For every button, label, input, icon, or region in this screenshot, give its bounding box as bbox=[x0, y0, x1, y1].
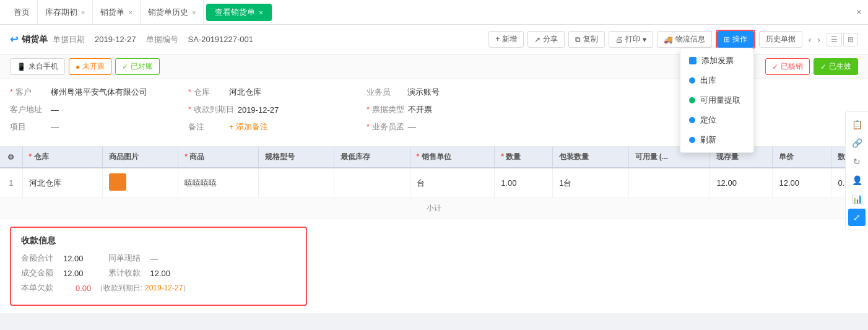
tab-home[interactable]: 首页 bbox=[6, 0, 38, 25]
tab-view-sales[interactable]: 查看销货单 × bbox=[206, 4, 272, 21]
cell-product: 嘻嘻嘻嘻 bbox=[178, 168, 258, 198]
print-dropdown-arrow: ▾ bbox=[643, 35, 646, 44]
available-qty-icon bbox=[689, 97, 695, 103]
effective-icon: ✓ bbox=[820, 63, 827, 71]
side-btn-link[interactable]: 🔗 bbox=[848, 134, 866, 152]
col-qty: 数量 bbox=[495, 147, 553, 168]
payment-date-label: 收款到期日 bbox=[188, 104, 234, 115]
outbound-label: 出库 bbox=[700, 75, 716, 86]
payment-date-value: 2019-12-27 bbox=[238, 105, 279, 115]
from-phone-btn[interactable]: 📱 来自手机 bbox=[10, 58, 65, 75]
view-toggle: ☰ ⊞ bbox=[827, 33, 858, 46]
side-btn-clipboard[interactable]: 📋 bbox=[848, 116, 866, 133]
salesperson2-field: 业务员孟 — bbox=[367, 121, 540, 132]
tab-inventory-init[interactable]: 库存期初 × bbox=[38, 0, 93, 25]
doc-date-label: 单据日期 bbox=[53, 34, 85, 45]
cell-current-stock: 12.00 bbox=[710, 168, 773, 198]
operations-wrapper: ⊞ 操作 添加发票 出库 可用量提取 bbox=[716, 30, 755, 49]
new-btn[interactable]: + 新增 bbox=[488, 31, 523, 48]
next-arrow[interactable]: › bbox=[815, 33, 823, 46]
window-close-btn[interactable]: × bbox=[856, 7, 862, 18]
deal-amount-value: 12.00 bbox=[63, 269, 84, 278]
side-btn-chart[interactable]: 📊 bbox=[848, 190, 866, 207]
products-table: ⚙ 仓库 商品图片 商品 规格型号 最低库存 销售单位 数量 包装数量 可用量 … bbox=[0, 147, 868, 219]
same-order-value: — bbox=[150, 254, 158, 263]
bottom-panel: 收款信息 金额合计 12.00 同单现结 — 成交金额 12.00 累计收款 bbox=[0, 219, 868, 313]
doc-date-value: 2019-12-27 bbox=[95, 35, 136, 44]
cell-available bbox=[628, 168, 710, 198]
add-note-btn[interactable]: + 添加备注 bbox=[229, 121, 268, 132]
tab-close-inventory[interactable]: × bbox=[81, 9, 85, 16]
dropdown-refresh[interactable]: 刷新 bbox=[680, 130, 753, 150]
dropdown-available-qty[interactable]: 可用量提取 bbox=[680, 90, 753, 110]
dropdown-outbound[interactable]: 出库 bbox=[680, 71, 753, 90]
grid-view-btn[interactable]: ⊞ bbox=[843, 33, 858, 46]
side-btn-refresh[interactable]: ↻ bbox=[848, 153, 866, 170]
order-debt-value: 0.00 bbox=[76, 284, 91, 293]
not-open-ticket-btn[interactable]: ● 未开票 bbox=[69, 58, 111, 75]
doc-meta: 单据日期 2019-12-27 单据编号 SA-20191227-001 bbox=[53, 34, 484, 45]
salesperson-label: 业务员 bbox=[367, 87, 404, 98]
copy-icon: ⧉ bbox=[575, 35, 581, 44]
cancelled-btn[interactable]: ✓ 已核销 bbox=[765, 58, 810, 75]
tab-close-sales[interactable]: × bbox=[128, 9, 132, 16]
col-pkg-qty: 包装数量 bbox=[553, 147, 628, 168]
share-btn[interactable]: ↗ 分享 bbox=[527, 31, 565, 48]
cancel-icon: ✓ bbox=[772, 63, 778, 71]
warehouse-label: 仓库 bbox=[188, 87, 225, 98]
tab-sales-order[interactable]: 销货单 × bbox=[93, 0, 140, 25]
tab-sales-history[interactable]: 销货单历史 × bbox=[141, 0, 204, 25]
dropdown-locate[interactable]: 定位 bbox=[680, 110, 753, 130]
operations-btn[interactable]: ⊞ 操作 bbox=[717, 31, 754, 48]
receipt-info: 收款信息 金额合计 12.00 同单现结 — 成交金额 12.00 累计收款 bbox=[10, 227, 307, 306]
list-view-btn[interactable]: ☰ bbox=[827, 33, 842, 46]
col-price: 单价 bbox=[773, 147, 831, 168]
copy-btn[interactable]: ⧉ 复制 bbox=[568, 31, 605, 48]
col-settings[interactable]: ⚙ bbox=[0, 147, 22, 168]
history-btn[interactable]: 历史单据 bbox=[759, 31, 802, 48]
cumulative-receipt-field: 累计收款 12.00 bbox=[108, 267, 171, 279]
customer-label: 客户 bbox=[10, 87, 47, 98]
side-btn-user[interactable]: 👤 bbox=[848, 172, 866, 189]
salesperson-field: 业务员 演示账号 bbox=[367, 87, 540, 98]
project-value: — bbox=[51, 123, 59, 132]
locate-icon bbox=[689, 117, 695, 123]
subtotal-row: 小计 bbox=[0, 198, 868, 219]
table-container: ⚙ 仓库 商品图片 商品 规格型号 最低库存 销售单位 数量 包装数量 可用量 … bbox=[0, 147, 868, 219]
print-btn[interactable]: 🖨 打印 ▾ bbox=[609, 31, 653, 48]
refresh-label: 刷新 bbox=[700, 134, 716, 145]
operations-dropdown: 添加发票 出库 可用量提取 定位 bbox=[680, 48, 754, 153]
table-row: 1 河北仓库 嘻嘻嘻嘻 台 1.00 1台 12.00 12.00 0. bbox=[0, 168, 868, 198]
locate-label: 定位 bbox=[700, 115, 716, 126]
prev-arrow[interactable]: ‹ bbox=[806, 33, 814, 46]
col-unit: 销售单位 bbox=[410, 147, 495, 168]
address-field: 客户地址 — bbox=[10, 104, 183, 115]
doc-actions: + 新增 ↗ 分享 ⧉ 复制 🖨 打印 ▾ 🚚 物流信息 ⊞ bbox=[488, 30, 858, 49]
cell-qty: 1.00 bbox=[495, 168, 553, 198]
address-value: — bbox=[51, 105, 59, 115]
logistics-icon: 🚚 bbox=[664, 35, 673, 44]
tab-close-history[interactable]: × bbox=[192, 9, 196, 16]
receipt-info-title: 收款信息 bbox=[21, 235, 296, 246]
amount-total-field: 金额合计 12.00 bbox=[21, 253, 84, 264]
phone-icon: 📱 bbox=[17, 63, 26, 71]
ticket-icon: ● bbox=[76, 63, 80, 71]
col-spec: 规格型号 bbox=[258, 147, 334, 168]
operations-icon: ⊞ bbox=[724, 35, 730, 44]
effective-btn[interactable]: ✓ 已生效 bbox=[814, 58, 858, 75]
doc-title: ↩ 销货单 bbox=[10, 33, 48, 45]
logistics-btn[interactable]: 🚚 物流信息 bbox=[657, 31, 712, 48]
print-icon: 🖨 bbox=[615, 35, 623, 44]
project-label: 项目 bbox=[10, 121, 47, 132]
tab-close-view[interactable]: × bbox=[259, 9, 263, 16]
customer-value: 柳州粤港平安气体有限公司 bbox=[51, 87, 147, 98]
same-order-field: 同单现结 — bbox=[108, 253, 158, 264]
side-panel: 📋 🔗 ↻ 👤 📊 ⤢ bbox=[845, 111, 868, 230]
refresh-icon bbox=[689, 137, 695, 143]
confirmed-btn[interactable]: ✓ 已对账 bbox=[115, 58, 160, 75]
dropdown-add-invoice[interactable]: 添加发票 bbox=[680, 51, 753, 71]
amount-total-label: 金额合计 bbox=[21, 253, 58, 264]
side-btn-expand[interactable]: ⤢ bbox=[848, 209, 866, 226]
tab-bar: 首页 库存期初 × 销货单 × 销货单历史 × 查看销货单 × × bbox=[0, 0, 868, 25]
salesperson2-value: — bbox=[408, 123, 416, 132]
